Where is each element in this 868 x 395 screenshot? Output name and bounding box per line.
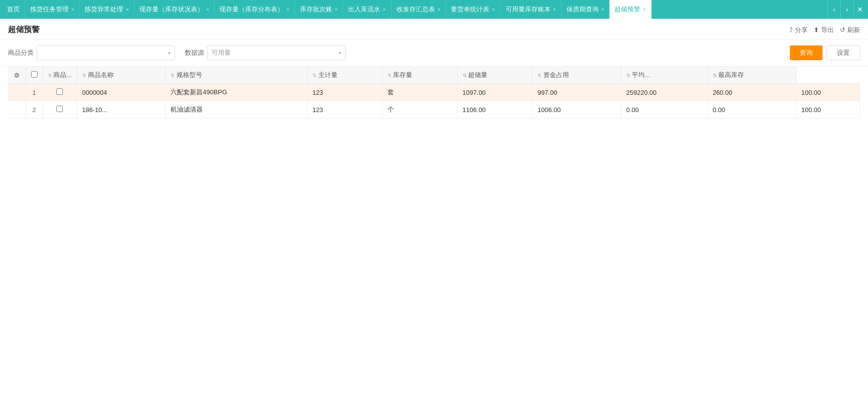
tab-close-icon-1[interactable]: ×: [71, 6, 74, 12]
row-checkbox-cell[interactable]: [43, 84, 77, 101]
data-table: ⚙ ⇅ 商品... ⇅ 商品名称 ⇅ 规格型号: [8, 67, 860, 118]
query-button[interactable]: 查询: [790, 45, 823, 60]
nav-close-button[interactable]: ✕: [853, 0, 866, 19]
export-button[interactable]: ⬆ 导出: [814, 26, 834, 35]
category-label: 商品分类: [8, 48, 34, 57]
tab-close-icon-9[interactable]: ×: [553, 6, 556, 12]
topbar-item-8[interactable]: 要货单统计表×: [446, 0, 500, 19]
col-capital[interactable]: ⇅ 资金占用: [532, 67, 621, 84]
topbar-arrows: ‹ › ✕: [827, 0, 866, 19]
row-avg: 0.00: [707, 101, 796, 118]
sort-icon: ⇅: [388, 73, 391, 78]
nav-prev-button[interactable]: ‹: [827, 0, 840, 19]
share-button[interactable]: ⤴ 分享: [789, 26, 808, 35]
col-gear[interactable]: ⚙: [8, 67, 26, 84]
export-label: 导出: [821, 26, 834, 35]
col-over-stock[interactable]: ⇅ 超储量: [457, 67, 532, 84]
sort-icon: ⇅: [171, 73, 174, 78]
gear-icon: ⚙: [14, 72, 20, 79]
page-header: 超储预警 ⤴ 分享 ⬆ 导出 ↺ 刷新: [0, 19, 868, 40]
row-capital: 259220.00: [621, 84, 707, 101]
topbar-item-7[interactable]: 收发存汇总表×: [391, 0, 446, 19]
topbar-item-10[interactable]: 保质期查询×: [562, 0, 609, 19]
refresh-button[interactable]: ↺ 刷新: [840, 26, 860, 35]
filter-row: 商品分类 ▾ 数据源 可用量 ▾ 查询 设置: [0, 40, 868, 67]
sort-icon: ⇅: [713, 73, 717, 78]
sort-icon: ⇅: [463, 73, 467, 78]
row-spec: 123: [307, 84, 382, 101]
topbar-item-9[interactable]: 可用量库存账本×: [501, 0, 562, 19]
select-all-checkbox[interactable]: [31, 71, 38, 78]
datasource-filter: 数据源 可用量 ▾: [185, 45, 346, 60]
tab-close-icon-8[interactable]: ×: [492, 6, 495, 12]
tab-close-icon-4[interactable]: ×: [286, 6, 289, 12]
row-product-name: 六配套新昌490BPG: [166, 84, 307, 101]
datasource-select[interactable]: 可用量 ▾: [207, 45, 346, 60]
tab-close-icon-2[interactable]: ×: [126, 6, 129, 12]
topbar-item-11[interactable]: 超储预警×: [609, 0, 651, 19]
row-max-stock: 100.00: [796, 84, 860, 101]
category-dropdown-icon: ▾: [168, 50, 171, 56]
row-max-stock: 100.00: [796, 101, 860, 118]
page-content: 超储预警 ⤴ 分享 ⬆ 导出 ↺ 刷新 商品分类 ▾ 数据源: [0, 19, 868, 395]
row-index: 2: [26, 101, 43, 118]
tab-close-icon-10[interactable]: ×: [601, 6, 604, 12]
row-unit: 套: [382, 84, 457, 101]
topbar-item-6[interactable]: 出入库流水×: [343, 0, 391, 19]
row-avg: 260.00: [707, 84, 796, 101]
row-gear-cell[interactable]: [8, 101, 26, 118]
table-wrapper: ⚙ ⇅ 商品... ⇅ 商品名称 ⇅ 规格型号: [0, 67, 868, 118]
nav-next-button[interactable]: ›: [840, 0, 853, 19]
table-header-row: ⚙ ⇅ 商品... ⇅ 商品名称 ⇅ 规格型号: [8, 67, 860, 84]
topbar-item-4[interactable]: 现存量（库存分布表）×: [215, 0, 295, 19]
settings-button[interactable]: 设置: [826, 45, 860, 60]
filter-actions: 查询 设置: [790, 45, 860, 60]
col-product-name[interactable]: ⇅ 商品名称: [77, 67, 165, 84]
tab-close-icon-11[interactable]: ×: [643, 6, 646, 12]
topbar: 首页拣货任务管理×拣货异常处理×现存量（库存状况表）×现存量（库存分布表）×库存…: [0, 0, 868, 19]
category-select[interactable]: ▾: [37, 45, 175, 60]
category-filter: 商品分类 ▾: [8, 45, 175, 60]
col-checkbox[interactable]: [26, 67, 43, 84]
tab-close-icon-3[interactable]: ×: [206, 6, 209, 12]
topbar-item-5[interactable]: 库存批次账×: [295, 0, 343, 19]
row-checkbox-0[interactable]: [56, 88, 63, 95]
row-spec: 123: [307, 101, 382, 118]
sort-icon: ⇅: [312, 73, 316, 78]
row-product-code: 0000004: [77, 84, 165, 101]
datasource-value: 可用量: [212, 48, 231, 57]
sort-icon: ⇅: [82, 73, 86, 78]
row-stock: 1097.00: [457, 84, 532, 101]
row-checkbox-1[interactable]: [56, 106, 63, 112]
row-stock: 1106.00: [457, 101, 532, 118]
topbar-item-3[interactable]: 现存量（库存状况表）×: [134, 0, 215, 19]
col-unit[interactable]: ⇅ 主计量: [307, 67, 382, 84]
sort-icon: ⇅: [48, 73, 52, 78]
page-title: 超储预警: [8, 25, 40, 35]
share-label: 分享: [795, 26, 808, 35]
col-product-code[interactable]: ⇅ 商品...: [43, 67, 77, 84]
row-checkbox-cell[interactable]: [43, 101, 77, 118]
page-actions: ⤴ 分享 ⬆ 导出 ↺ 刷新: [789, 26, 860, 35]
table-row: 1 0000004 六配套新昌490BPG 123 套 1097.00 997.…: [8, 84, 860, 101]
col-max-stock[interactable]: ⇅ 最高库存: [707, 67, 796, 84]
row-index: 1: [26, 84, 43, 101]
tab-close-icon-6[interactable]: ×: [383, 6, 386, 12]
tab-close-icon-7[interactable]: ×: [437, 6, 440, 12]
table-row: 2 186-10... 机油滤清器 123 个 1106.00 1006.00 …: [8, 101, 860, 118]
row-product-code: 186-10...: [77, 101, 165, 118]
sort-icon: ⇅: [537, 73, 541, 78]
topbar-item-1[interactable]: 拣货任务管理×: [25, 0, 80, 19]
col-spec[interactable]: ⇅ 规格型号: [166, 67, 307, 84]
topbar-item-2[interactable]: 拣货异常处理×: [80, 0, 134, 19]
share-icon: ⤴: [789, 26, 793, 34]
col-avg[interactable]: ⇅ 平均...: [621, 67, 707, 84]
row-gear-cell[interactable]: [8, 84, 26, 101]
col-stock[interactable]: ⇅ 库存量: [382, 67, 457, 84]
export-icon: ⬆: [814, 26, 819, 34]
topbar-item-0[interactable]: 首页: [2, 0, 25, 19]
refresh-icon: ↺: [840, 26, 845, 34]
row-capital: 0.00: [621, 101, 707, 118]
tab-close-icon-5[interactable]: ×: [335, 6, 338, 12]
row-over-stock: 1006.00: [532, 101, 621, 118]
